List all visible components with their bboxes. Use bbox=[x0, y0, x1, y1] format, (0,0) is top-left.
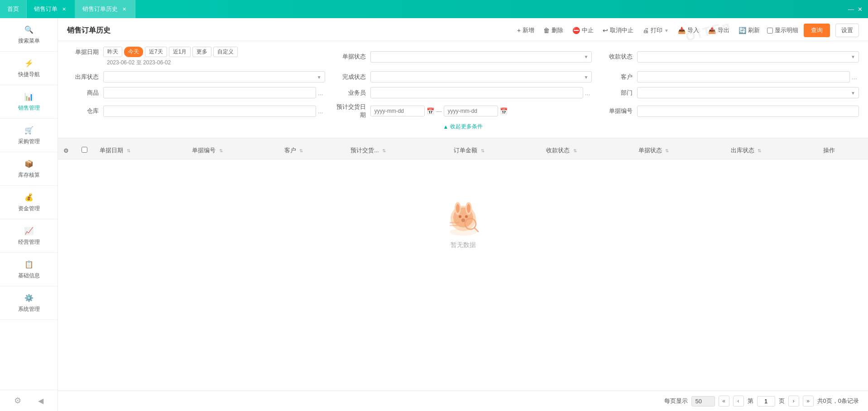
complete-status-select[interactable] bbox=[370, 71, 592, 82]
sales-person-ellipsis-btn[interactable]: ... bbox=[583, 89, 592, 97]
table-header: ⚙ 单据日期 ⇅ 单据编号 ⇅ bbox=[58, 142, 868, 160]
sort-bill-number-icon[interactable]: ⇅ bbox=[219, 148, 223, 153]
tab-sales-order[interactable]: 销售订单 ✕ bbox=[27, 0, 75, 18]
print-btn[interactable]: 🖨 打印 ▼ bbox=[641, 25, 671, 35]
date-btn-7days[interactable]: 近7天 bbox=[145, 47, 167, 57]
prev-page-btn[interactable]: ‹ bbox=[733, 396, 744, 406]
sort-bill-status-icon[interactable]: ⇅ bbox=[665, 148, 669, 153]
goods-input[interactable] bbox=[103, 87, 316, 98]
sort-order-amount-icon[interactable]: ⇅ bbox=[481, 148, 484, 153]
sidebar-item-sales-mgmt[interactable]: 📊 销售管理 bbox=[0, 85, 58, 119]
settings-btn[interactable]: 设置 bbox=[835, 24, 859, 37]
th-out-status: 出库状态 ⇅ bbox=[725, 142, 818, 160]
export-btn[interactable]: 📤 导出 bbox=[706, 25, 731, 35]
date-btn-more[interactable]: 更多 bbox=[192, 47, 211, 57]
sidebar-item-capital-mgmt[interactable]: 💰 资金管理 bbox=[0, 186, 58, 219]
sidebar-item-system-mgmt[interactable]: ⚙️ 系统管理 bbox=[0, 286, 58, 320]
stop-btn[interactable]: ⛔ 中止 bbox=[571, 25, 595, 35]
expected-date-input-group: 📅 — 📅 bbox=[370, 106, 592, 116]
sidebar-item-quick-nav[interactable]: ⚡ 快捷导航 bbox=[0, 52, 58, 85]
expected-date-from[interactable] bbox=[370, 106, 425, 116]
collapse-btn[interactable]: ▲ 收起更多条件 bbox=[67, 121, 859, 132]
empty-state-cell: 暂无数据 bbox=[58, 160, 868, 286]
date-btn-yesterday[interactable]: 昨天 bbox=[103, 47, 122, 57]
date-btn-1month[interactable]: 近1月 bbox=[169, 47, 191, 57]
sidebar-item-basic-info-label: 基础信息 bbox=[18, 272, 40, 280]
out-status-select[interactable] bbox=[103, 71, 325, 82]
sales-person-label: 业务员 bbox=[334, 89, 370, 97]
cancel-stop-btn[interactable]: ↩ 取消中止 bbox=[601, 25, 635, 35]
expected-date-control: 📅 — 📅 bbox=[370, 106, 592, 116]
first-page-btn[interactable]: « bbox=[719, 396, 729, 406]
th-order-amount: 订单金额 ⇅ bbox=[448, 142, 541, 160]
date-btn-today[interactable]: 今天 bbox=[124, 47, 143, 57]
export-label: 导出 bbox=[718, 26, 729, 34]
payment-status-select[interactable] bbox=[637, 51, 859, 63]
new-btn[interactable]: + 新增 bbox=[515, 25, 536, 35]
sidebar-item-operation-mgmt[interactable]: 📈 经营管理 bbox=[0, 219, 58, 253]
th-customer: 客户 ⇅ bbox=[279, 142, 345, 160]
search-menu-icon: 🔍 bbox=[24, 24, 34, 34]
empty-state-row: 暂无数据 bbox=[58, 160, 868, 286]
expected-date-label: 预计交货日期 bbox=[334, 103, 370, 119]
sidebar-item-basic-info[interactable]: 📋 基础信息 bbox=[0, 253, 58, 286]
warehouse-input[interactable] bbox=[103, 106, 316, 117]
tab-sales-order-close[interactable]: ✕ bbox=[60, 5, 67, 13]
last-page-btn[interactable]: » bbox=[803, 396, 814, 406]
sidebar-item-search-menu[interactable]: 🔍 搜索菜单 bbox=[0, 18, 58, 52]
sort-out-status-icon[interactable]: ⇅ bbox=[758, 148, 761, 153]
sort-payment-status-icon[interactable]: ⇅ bbox=[573, 148, 577, 153]
import-btn[interactable]: 📥 导入 bbox=[676, 25, 701, 35]
filter-row-3: 商品 ... 业务员 ... 部门 bbox=[67, 87, 859, 98]
sidebar-item-purchase-mgmt[interactable]: 🛒 采购管理 bbox=[0, 119, 58, 152]
date-to-calendar-icon[interactable]: 📅 bbox=[500, 107, 508, 115]
sales-person-input[interactable] bbox=[370, 87, 583, 98]
display-toggle-label: 显示明细 bbox=[775, 26, 798, 34]
payment-status-cell: 收款状态 bbox=[601, 47, 859, 67]
tab-home[interactable]: 首页 bbox=[0, 0, 27, 18]
sort-expected-delivery-icon[interactable]: ⇅ bbox=[382, 148, 386, 153]
collapse-label: 收起更多条件 bbox=[450, 123, 483, 131]
date-btn-custom[interactable]: 自定义 bbox=[213, 47, 238, 57]
select-all-checkbox[interactable] bbox=[82, 147, 87, 153]
department-select[interactable] bbox=[637, 87, 859, 98]
settings-icon[interactable]: ⚙ bbox=[63, 147, 69, 154]
complete-status-control bbox=[370, 71, 592, 82]
sidebar-settings-icon[interactable]: ⚙ bbox=[14, 396, 21, 406]
bill-status-select[interactable] bbox=[370, 51, 592, 63]
bill-number-input[interactable] bbox=[637, 106, 859, 117]
sidebar-collapse-icon[interactable]: ◀ bbox=[38, 396, 43, 405]
empty-state-text: 暂无数据 bbox=[451, 241, 476, 249]
date-range-display: 2023-06-02 至 2023-06-02 bbox=[107, 59, 171, 66]
refresh-btn[interactable]: 🔄 刷新 bbox=[737, 25, 762, 35]
page-size-select[interactable]: 20 50 100 bbox=[691, 396, 715, 406]
sidebar-item-inventory-calc[interactable]: 📦 库存核算 bbox=[0, 152, 58, 186]
sort-customer-icon[interactable]: ⇅ bbox=[299, 148, 303, 153]
window-minimize-btn[interactable]: — bbox=[848, 6, 854, 13]
warehouse-ellipsis-btn[interactable]: ... bbox=[316, 107, 325, 115]
customer-input[interactable] bbox=[637, 71, 850, 82]
sort-bill-date-icon[interactable]: ⇅ bbox=[127, 148, 130, 153]
tab-home-label: 首页 bbox=[7, 5, 19, 13]
date-separator: — bbox=[436, 108, 442, 115]
goods-ellipsis-btn[interactable]: ... bbox=[316, 89, 325, 97]
display-toggle-checkbox[interactable] bbox=[767, 28, 773, 34]
sales-person-cell: 业务员 ... bbox=[334, 87, 592, 98]
purchase-mgmt-icon: 🛒 bbox=[24, 125, 34, 135]
delete-btn[interactable]: 🗑 删除 bbox=[542, 25, 565, 35]
import-icon: 📥 bbox=[678, 27, 686, 34]
tab-sales-order-history-close[interactable]: ✕ bbox=[120, 5, 128, 13]
delete-label: 删除 bbox=[551, 26, 563, 34]
content-area: 销售订单历史 + 新增 🗑 删除 ⛔ 中止 ↩ 取消中止 bbox=[58, 18, 868, 411]
th-bill-status: 单据状态 ⇅ bbox=[633, 142, 725, 160]
total-label: 共0页，0条记录 bbox=[817, 397, 859, 405]
display-toggle[interactable]: 显示明细 bbox=[767, 26, 798, 34]
next-page-btn[interactable]: › bbox=[788, 396, 799, 406]
customer-ellipsis-btn[interactable]: ... bbox=[850, 73, 859, 81]
tab-sales-order-history[interactable]: 销售订单历史 ✕ bbox=[75, 0, 135, 18]
current-page-input[interactable] bbox=[757, 396, 775, 406]
date-from-calendar-icon[interactable]: 📅 bbox=[427, 107, 434, 115]
expected-date-to[interactable] bbox=[444, 106, 498, 116]
query-btn[interactable]: 查询 bbox=[804, 24, 830, 37]
window-close-btn[interactable]: ✕ bbox=[858, 6, 863, 13]
